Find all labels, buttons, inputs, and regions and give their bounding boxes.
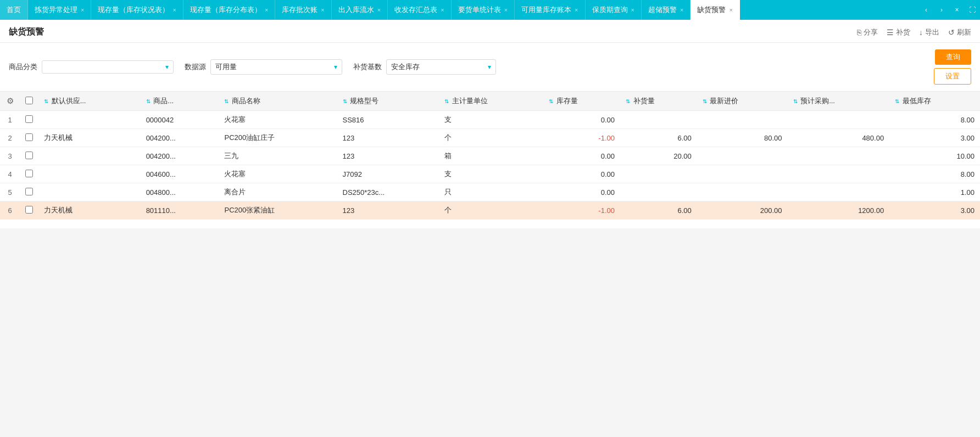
th-estimated-purchase: ⇅ 预计采购... (788, 92, 890, 111)
row-min-stock-6: 3.00 (889, 201, 980, 220)
close-icon[interactable]: × (81, 7, 84, 13)
nav-picking-exception[interactable]: 拣货异常处理 × (28, 0, 91, 20)
row-goods-code-6: 801110... (141, 201, 219, 220)
row-goods-name-1: 火花塞 (219, 111, 337, 129)
page-title: 缺货预警 (9, 26, 44, 38)
row-estimated-purchase-6: 1200.00 (788, 201, 890, 220)
close-icon[interactable]: × (680, 7, 683, 13)
nav-quality-period[interactable]: 保质期查询 × (586, 0, 642, 20)
row-estimated-purchase-2: 480.00 (788, 129, 890, 147)
nav-current-stock-status[interactable]: 现存量（库存状况表） × (91, 0, 183, 20)
datasource-select[interactable]: 可用量 ▾ (210, 59, 342, 75)
row-estimated-purchase-3 (788, 147, 890, 165)
row-latest-price-5 (697, 183, 788, 201)
nav-arrows: ‹ › × ⛶ (918, 0, 980, 20)
nav-next-button[interactable]: › (934, 0, 949, 20)
sort-icon: ⇅ (549, 98, 553, 104)
row-checkbox-2[interactable] (20, 129, 38, 147)
row-replenish-qty-5 (620, 183, 697, 201)
nav-current-stock-dist[interactable]: 现存量（库存分布表） × (183, 0, 275, 20)
export-button[interactable]: ↓ 导出 (919, 27, 939, 37)
row-goods-name-3: 三九 (219, 147, 337, 165)
close-icon[interactable]: × (631, 7, 634, 13)
filter-area: 商品分类 ▾ 数据源 可用量 ▾ 补货基数 安全库存 ▾ 查询 设置 (0, 43, 980, 91)
select-all-checkbox[interactable] (25, 97, 33, 104)
replenish-button[interactable]: ☰ 补货 (887, 27, 910, 37)
row-supplier-6: 力天机械 (38, 201, 141, 220)
nav-inventory-batch[interactable]: 库存批次账 × (275, 0, 331, 20)
filter-category: 商品分类 ▾ (9, 60, 174, 74)
settings-button[interactable]: 设置 (934, 68, 971, 85)
row-goods-name-4: 火花塞 (219, 165, 337, 183)
row-select-checkbox[interactable] (25, 170, 33, 177)
shortage-warning-table: ⚙ ⇅ 默认供应... ⇅ 商品... ⇅ 商品名称 (0, 91, 980, 220)
page-container: 缺货预警 ⎘ 分享 ☰ 补货 ↓ 导出 ↺ 刷新 商品分类 (0, 20, 980, 228)
close-icon[interactable]: × (441, 7, 444, 13)
row-latest-price-1 (697, 111, 788, 129)
nav-available-stock[interactable]: 可用量库存账本 × (515, 0, 585, 20)
nav-close-button[interactable]: × (949, 0, 965, 20)
row-goods-name-5: 离合片 (219, 183, 337, 201)
share-button[interactable]: ⎘ 分享 (857, 27, 878, 37)
filter-replenish-base: 补货基数 安全库存 ▾ (353, 59, 496, 75)
row-stock-5: 0.00 (543, 183, 620, 201)
nav-prev-button[interactable]: ‹ (918, 0, 934, 20)
refresh-button[interactable]: ↺ 刷新 (948, 27, 971, 37)
close-icon[interactable]: × (504, 7, 508, 13)
datasource-label: 数据源 (185, 62, 206, 72)
gear-icon[interactable]: ⚙ (7, 96, 14, 105)
row-goods-code-4: 004600... (141, 165, 219, 183)
row-goods-code-1: 0000042 (141, 111, 219, 129)
close-icon[interactable]: × (265, 7, 268, 13)
row-stock-2: -1.00 (543, 129, 620, 147)
row-stock-3: 0.00 (543, 147, 620, 165)
sort-icon: ⇅ (343, 98, 347, 104)
nav-shortage-warning[interactable]: 缺货预警 × (691, 0, 739, 20)
replenish-base-label: 补货基数 (353, 62, 382, 72)
row-checkbox-4[interactable] (20, 165, 38, 183)
share-icon: ⎘ (857, 28, 861, 37)
row-select-checkbox[interactable] (25, 206, 33, 214)
row-checkbox-6[interactable] (20, 201, 38, 220)
nav-receive-send-summary[interactable]: 收发存汇总表 × (388, 0, 451, 20)
row-checkbox-3[interactable] (20, 147, 38, 165)
row-checkbox-5[interactable] (20, 183, 38, 201)
close-icon[interactable]: × (377, 7, 381, 13)
filter-datasource: 数据源 可用量 ▾ (185, 59, 342, 75)
row-estimated-purchase-5 (788, 183, 890, 201)
top-navigation: 首页 拣货异常处理 × 现存量（库存状况表） × 现存量（库存分布表） × 库存… (0, 0, 980, 20)
row-checkbox-1[interactable] (20, 111, 38, 129)
row-spec-1: SS816 (337, 111, 439, 129)
th-replenish-qty: ⇅ 补货量 (620, 92, 697, 111)
row-supplier-1 (38, 111, 141, 129)
nav-overstock-warning[interactable]: 超储预警 × (642, 0, 691, 20)
row-select-checkbox[interactable] (25, 133, 33, 141)
table-row: 2 力天机械 004200... PC200油缸庄子 123 个 -1.00 6… (0, 129, 980, 147)
page-header: 缺货预警 ⎘ 分享 ☰ 补货 ↓ 导出 ↺ 刷新 (0, 20, 980, 43)
sort-icon: ⇅ (703, 98, 707, 104)
sort-icon: ⇅ (444, 98, 449, 104)
category-select[interactable]: ▾ (42, 60, 174, 74)
table-row: 6 力天机械 801110... PC200张紧油缸 123 个 -1.00 6… (0, 201, 980, 220)
close-icon[interactable]: × (321, 7, 324, 13)
close-icon[interactable]: × (172, 7, 176, 13)
sort-icon: ⇅ (44, 98, 48, 104)
nav-order-stat[interactable]: 要货单统计表 × (452, 0, 515, 20)
close-icon[interactable]: × (729, 7, 732, 13)
nav-inout-flow[interactable]: 出入库流水 × (332, 0, 388, 20)
row-estimated-purchase-1 (788, 111, 890, 129)
close-icon[interactable]: × (575, 7, 578, 13)
row-select-checkbox[interactable] (25, 152, 33, 159)
nav-expand-button[interactable]: ⛶ (965, 0, 980, 20)
row-unit-3: 箱 (439, 147, 543, 165)
export-icon: ↓ (919, 28, 923, 37)
nav-home[interactable]: 首页 (0, 0, 28, 20)
table-header-row: ⚙ ⇅ 默认供应... ⇅ 商品... ⇅ 商品名称 (0, 92, 980, 111)
row-estimated-purchase-4 (788, 165, 890, 183)
row-replenish-qty-6: 6.00 (620, 201, 697, 220)
row-min-stock-1: 8.00 (889, 111, 980, 129)
replenish-base-select[interactable]: 安全库存 ▾ (386, 59, 496, 75)
row-select-checkbox[interactable] (25, 188, 33, 195)
row-select-checkbox[interactable] (25, 115, 33, 123)
query-button[interactable]: 查询 (935, 49, 971, 65)
